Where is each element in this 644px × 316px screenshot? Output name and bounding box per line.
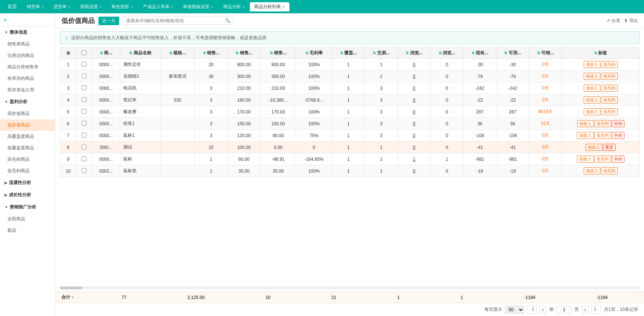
select-all-checkbox[interactable] <box>82 50 87 55</box>
row-checkbox[interactable] <box>76 82 92 94</box>
row-views1[interactable]: 0 <box>398 94 431 106</box>
col-sellable[interactable]: ⇅ 可销... <box>529 48 562 59</box>
export-button[interactable]: ⬆ 导出 <box>624 18 638 24</box>
nav-close-icon[interactable]: × <box>282 4 285 9</box>
col-code[interactable]: ⇅ 商... <box>92 48 120 59</box>
nav-product-inbound[interactable]: 产成品入库单 × <box>138 2 178 11</box>
col-views2[interactable]: ⇅ 浏览... <box>430 48 463 59</box>
nav-close-icon[interactable]: × <box>211 4 213 9</box>
page-size-select[interactable]: 50 100 200 <box>505 306 524 314</box>
row-views1[interactable]: 0 <box>398 71 431 82</box>
page-number-input[interactable] <box>557 306 571 313</box>
row-views1[interactable]: 0 <box>398 59 431 71</box>
sidebar-item-inventory-capital[interactable]: 库存资金占用 <box>0 84 55 96</box>
col-current[interactable]: ⇅ 现有... <box>463 48 496 59</box>
nav-product-analysis-list[interactable]: 商品分析列表 × <box>250 2 289 11</box>
sidebar-item-low-margin[interactable]: 低毛利商品 <box>0 165 55 177</box>
col-spec[interactable]: ⇅ 规格... <box>160 48 195 59</box>
sidebar-item-new-products[interactable]: 新品 <box>0 225 55 236</box>
search-icon[interactable]: 🔍 <box>225 18 231 23</box>
filter-button[interactable]: 近一月 <box>98 17 119 25</box>
row-select-checkbox[interactable] <box>82 121 87 126</box>
row-checkbox[interactable] <box>76 106 92 118</box>
col-checkbox[interactable] <box>76 48 92 59</box>
row-select-checkbox[interactable] <box>82 109 87 114</box>
views-link[interactable]: 0 <box>413 62 416 67</box>
row-checkbox[interactable] <box>76 59 92 71</box>
nav-sales-order[interactable]: 销货单 × <box>22 2 48 11</box>
sidebar-section-growth[interactable]: ▶ 成长性分析 <box>0 189 55 201</box>
sidebar-item-low-value[interactable]: 低价值商品 <box>0 119 55 131</box>
row-select-checkbox[interactable] <box>82 156 87 161</box>
views-link[interactable]: 0 <box>413 109 416 115</box>
nav-close-icon[interactable]: × <box>171 4 173 9</box>
sidebar-section-overview[interactable]: ▼ 整体信息 <box>0 26 55 38</box>
col-sales-amount[interactable]: ⇅ 销售... <box>260 48 296 59</box>
col-sales-qty[interactable]: ⇅ 销售... <box>195 48 228 59</box>
horizontal-scrollbar[interactable] <box>60 286 640 289</box>
share-button[interactable]: ↗ 分享 <box>606 18 620 24</box>
row-views1[interactable]: 1 <box>398 153 431 165</box>
col-available[interactable]: ⇅ 可用... <box>496 48 529 59</box>
row-views1[interactable]: 0 <box>398 165 431 177</box>
row-checkbox[interactable] <box>76 153 92 165</box>
sidebar-section-marketing[interactable]: ▼ 营销推广分析 <box>0 201 55 213</box>
row-select-checkbox[interactable] <box>82 74 87 78</box>
sidebar-item-traded-products[interactable]: 交易过的商品 <box>0 50 55 61</box>
sidebar-item-high-margin[interactable]: 高毛利商品 <box>0 154 55 165</box>
sidebar-section-profit[interactable]: ▼ 盈利分析 <box>0 96 55 108</box>
last-page-button[interactable]: 》 <box>591 305 601 314</box>
row-checkbox[interactable] <box>76 118 92 130</box>
views-link[interactable]: 1 <box>413 157 416 162</box>
next-page-button[interactable]: › <box>582 306 588 313</box>
views-link[interactable]: 0 <box>413 133 416 138</box>
prev-page-button[interactable]: ‹ <box>540 306 546 313</box>
nav-template-settings[interactable]: 单据模板设置 × <box>178 2 218 11</box>
row-checkbox[interactable] <box>76 142 92 153</box>
row-select-checkbox[interactable] <box>82 168 87 173</box>
row-views1[interactable]: 0 <box>398 142 431 153</box>
row-views1[interactable]: 0 <box>398 82 431 94</box>
views-link[interactable]: 0 <box>413 86 416 91</box>
row-select-checkbox[interactable] <box>82 85 87 90</box>
col-coverage[interactable]: ⇅ 覆盖... <box>332 48 365 59</box>
row-select-checkbox[interactable] <box>82 97 87 102</box>
row-views1[interactable]: 0 <box>398 130 431 142</box>
nav-close-icon[interactable]: × <box>131 4 133 9</box>
col-name[interactable]: ⇅ 商品名称 <box>120 48 161 59</box>
nav-permissions[interactable]: 权限设置 × <box>76 2 106 11</box>
sidebar-item-category-sales-rate[interactable]: 商品分类销售率 <box>0 61 55 73</box>
views-link[interactable]: 0 <box>413 98 416 103</box>
row-checkbox[interactable] <box>76 165 92 177</box>
sidebar-item-high-coverage[interactable]: 高覆盖度商品 <box>0 131 55 142</box>
row-views1[interactable]: 0 <box>398 106 431 118</box>
row-select-checkbox[interactable] <box>82 145 87 149</box>
col-tags[interactable]: ⇅ 标签 <box>562 48 639 59</box>
col-gross-margin[interactable]: ⇅ 毛利率 <box>296 48 332 59</box>
col-transactions[interactable]: ⇅ 交易... <box>365 48 398 59</box>
views-link[interactable]: 0 <box>413 121 416 126</box>
nav-close-icon[interactable]: × <box>68 4 70 9</box>
nav-product-analysis[interactable]: 商品分析 × <box>219 2 249 11</box>
views-link[interactable]: 0 <box>413 169 416 174</box>
col-sales-price[interactable]: ⇅ 销售... <box>228 48 261 59</box>
scrollbar-thumb[interactable] <box>60 286 82 289</box>
views-link[interactable]: 0 <box>413 74 416 79</box>
sidebar-item-all-products[interactable]: 全部商品 <box>0 213 55 225</box>
col-settings[interactable]: ⚙ <box>60 48 76 59</box>
row-select-checkbox[interactable] <box>82 133 87 137</box>
search-input[interactable] <box>126 18 223 23</box>
row-checkbox[interactable] <box>76 94 92 106</box>
nav-role-auth[interactable]: 角色授权 × <box>107 2 137 11</box>
col-views1[interactable]: ⇅ 浏览... <box>398 48 431 59</box>
first-page-button[interactable]: 《 <box>527 305 537 314</box>
row-views1[interactable]: 0 <box>398 118 431 130</box>
nav-close-icon[interactable]: × <box>100 4 102 9</box>
nav-home[interactable]: 首页 <box>3 2 21 11</box>
row-select-checkbox[interactable] <box>82 62 87 67</box>
row-checkbox[interactable] <box>76 130 92 142</box>
nav-close-icon[interactable]: × <box>41 4 44 9</box>
sidebar-section-circulation[interactable]: ▶ 流通性分析 <box>0 177 55 189</box>
sidebar-item-low-coverage[interactable]: 低覆盖度商品 <box>0 142 55 154</box>
sidebar-item-stock-products[interactable]: 有库存的商品 <box>0 73 55 84</box>
